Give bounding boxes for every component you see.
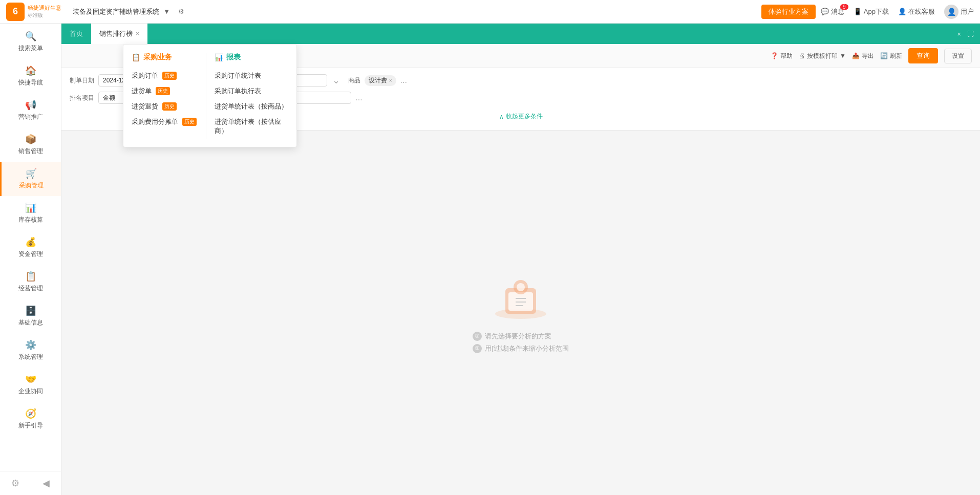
help-button[interactable]: ❓ 帮助 <box>771 52 793 60</box>
menu-item-purchase-order-stats[interactable]: 采购订单统计表 <box>215 68 289 83</box>
collapse-icon: ∧ <box>499 113 504 120</box>
help-icon: ❓ <box>771 52 778 59</box>
sys-dropdown-button[interactable]: ▼ <box>163 8 170 15</box>
tab-home[interactable]: 首页 <box>61 24 91 44</box>
purchase-expense-hist: 历史 <box>182 118 197 126</box>
report-col-title-text: 报表 <box>226 53 241 62</box>
purchase-col-icon: 📋 <box>132 53 140 61</box>
inbound-label: 进货单 <box>132 87 152 96</box>
menu-item-purchase-expense[interactable]: 采购费用分摊单 历史 <box>132 114 206 130</box>
system-name: 装备及固定资产辅助管理系统 <box>73 7 159 16</box>
export-button[interactable]: 📤 导出 <box>852 52 874 60</box>
tab-sales-rank[interactable]: 销售排行榜 × <box>91 24 147 44</box>
tab-bar-actions: × ⛶ <box>951 30 980 38</box>
marketing-icon: 📢 <box>25 99 36 111</box>
tab-sales-rank-close[interactable]: × <box>136 30 139 37</box>
logo-area: 6 畅捷通好生意 标准版 <box>6 3 68 21</box>
sidebar-label-guide: 新手引导 <box>18 421 43 430</box>
report-col-icon: 📊 <box>215 53 223 61</box>
menu-item-inbound[interactable]: 进货单 历史 <box>132 83 206 99</box>
sidebar-item-system[interactable]: ⚙️ 系统管理 <box>0 333 61 368</box>
logo-icon: 6 <box>6 3 25 21</box>
topbar: 6 畅捷通好生意 标准版 装备及固定资产辅助管理系统 ▼ ⚙ 体验行业方案 💬 … <box>0 0 980 24</box>
tab-home-label: 首页 <box>70 29 83 38</box>
sidebar-item-operations[interactable]: 📋 经营管理 <box>0 265 61 299</box>
date-label: 制单日期 <box>70 76 94 85</box>
online-service-button[interactable]: 👤 在线客服 <box>898 7 935 16</box>
sidebar-item-finance[interactable]: 💰 资金管理 <box>0 230 61 265</box>
logo-sub: 标准版 <box>28 12 61 19</box>
sidebar-settings-button[interactable]: ⚙ <box>11 478 19 489</box>
sidebar-collapse-button[interactable]: ◀ <box>42 478 50 489</box>
sidebar-label-system: 系统管理 <box>18 353 43 361</box>
sidebar-item-quick-nav[interactable]: 🏠 快捷导航 <box>0 59 61 93</box>
system-icon: ⚙️ <box>25 339 36 351</box>
logo-text: 畅捷通好生意 <box>28 4 61 11</box>
sidebar-item-purchase[interactable]: 🛒 采购管理 <box>0 162 61 196</box>
menu-item-inbound-stats-supplier[interactable]: 进货单统计表（按供应商） <box>215 114 289 139</box>
purchase-order-hist: 历史 <box>162 72 177 80</box>
inbound-hist: 历史 <box>156 87 170 95</box>
goods-dots[interactable]: ... <box>400 76 407 85</box>
sidebar-item-basic-info[interactable]: 🗄️ 基础信息 <box>0 299 61 333</box>
messages-button[interactable]: 💬 消息 9 <box>821 7 844 16</box>
goods-tag: 设计费 × <box>365 75 396 86</box>
menu-item-purchase-order-exec[interactable]: 采购订单执行表 <box>215 83 289 99</box>
sales-icon: 📦 <box>25 134 36 145</box>
tip-text-1: 请先选择要分析的方案 <box>485 332 551 341</box>
svg-point-4 <box>517 283 525 291</box>
logo-text-area: 畅捷通好生意 标准版 <box>28 4 61 18</box>
filter-goods-item: 商品 设计费 × ... <box>348 75 407 86</box>
doc-status-expand[interactable]: ⌄ <box>332 75 340 86</box>
sidebar-item-search[interactable]: 🔍 搜索菜单 <box>0 24 61 59</box>
inbound-return-label: 进货退货 <box>132 102 158 111</box>
print-icon: 🖨 <box>799 52 805 59</box>
topbar-right: 💬 消息 9 📱 App下载 👤 在线客服 👤 用户 <box>821 5 974 19</box>
purchase-order-stats-label: 采购订单统计表 <box>215 71 261 80</box>
menu-item-purchase-order[interactable]: 采购订单 历史 <box>132 68 206 83</box>
sidebar: 🔍 搜索菜单 🏠 快捷导航 📢 营销推广 📦 销售管理 🛒 采购管理 📊 库存核… <box>0 24 61 495</box>
user-button[interactable]: 👤 用户 <box>944 5 974 19</box>
print-button[interactable]: 🖨 按模板打印 ▼ <box>799 52 846 60</box>
tab-window-close[interactable]: × <box>957 30 961 38</box>
inbound-stats-goods-label: 进货单统计表（按商品） <box>215 102 288 111</box>
sidebar-label-inventory: 库存核算 <box>18 216 43 224</box>
refresh-button[interactable]: 🔄 刷新 <box>880 52 902 60</box>
search-icon: 🔍 <box>25 31 36 42</box>
sidebar-label-purchase: 采购管理 <box>19 181 44 190</box>
sidebar-item-marketing[interactable]: 📢 营销推广 <box>0 93 61 127</box>
customer-dots[interactable]: ... <box>355 93 362 102</box>
sidebar-item-enterprise[interactable]: 🤝 企业协同 <box>0 368 61 402</box>
menu-item-inbound-return[interactable]: 进货退货 历史 <box>132 99 206 114</box>
tip-num-2: ② <box>473 344 482 353</box>
empty-illustration <box>490 273 551 326</box>
query-button[interactable]: 查询 <box>908 48 938 63</box>
settings-button[interactable]: 设置 <box>944 49 972 63</box>
customer-input[interactable] <box>290 92 351 104</box>
industry-btn[interactable]: 体验行业方案 <box>761 5 816 19</box>
empty-tips: ① 请先选择要分析的方案 ② 用[过滤]条件来缩小分析范围 <box>473 332 568 353</box>
sidebar-item-inventory[interactable]: 📊 库存核算 <box>0 196 61 230</box>
sidebar-label-basic-info: 基础信息 <box>18 318 43 327</box>
print-label: 按模板打印 <box>807 52 838 60</box>
purchase-col-title: 📋 采购业务 <box>132 53 206 62</box>
menu-item-inbound-stats-goods[interactable]: 进货单统计表（按商品） <box>215 99 289 114</box>
sys-settings-button[interactable]: ⚙ <box>174 5 188 19</box>
finance-icon: 💰 <box>25 236 36 248</box>
purchase-expense-label: 采购费用分摊单 <box>132 117 178 126</box>
sidebar-item-guide[interactable]: 🧭 新手引导 <box>0 402 61 436</box>
app-download-button[interactable]: 📱 App下载 <box>854 7 889 16</box>
report-menu-col: 📊 报表 采购订单统计表 采购订单执行表 进货单统计表（按商品） 进货单统计表（… <box>206 53 289 139</box>
empty-svg <box>490 273 551 324</box>
user-label: 用户 <box>961 7 974 16</box>
collapse-label: 收起更多条件 <box>506 112 543 121</box>
tab-window-expand[interactable]: ⛶ <box>967 30 974 38</box>
goods-label: 商品 <box>348 76 360 85</box>
sidebar-label-finance: 资金管理 <box>18 250 43 259</box>
rank-label: 排名项目 <box>70 94 94 102</box>
purchase-icon: 🛒 <box>26 168 37 179</box>
guide-icon: 🧭 <box>25 408 36 419</box>
sidebar-item-sales[interactable]: 📦 销售管理 <box>0 127 61 162</box>
goods-tag-close[interactable]: × <box>389 78 392 83</box>
goods-tag-text: 设计费 <box>369 76 387 85</box>
